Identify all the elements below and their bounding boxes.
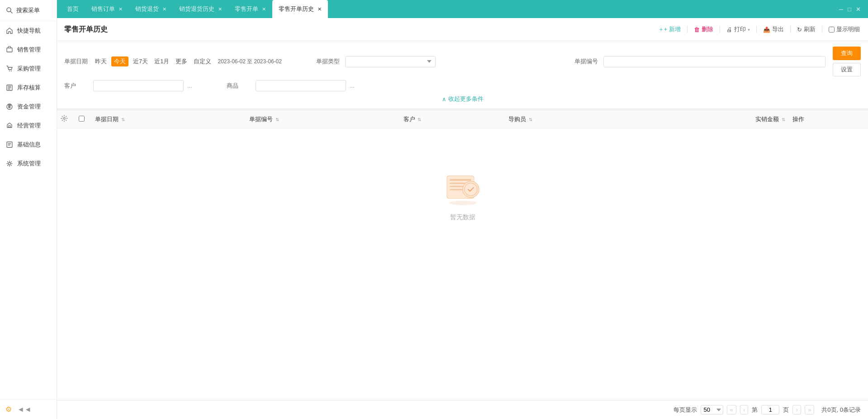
date-btn-more[interactable]: 更多 xyxy=(174,56,189,66)
tab-close-sales-order[interactable]: ✕ xyxy=(119,6,123,12)
sidebar-item-sys-mgmt[interactable]: 系统管理 xyxy=(0,154,57,173)
window-maximize[interactable]: □ xyxy=(848,6,851,13)
refresh-button[interactable]: ↻ 刷新 xyxy=(796,24,816,35)
empty-cell: 暂无数据 xyxy=(57,128,868,258)
tab-close-retail-open-history[interactable]: ✕ xyxy=(318,6,322,12)
tabs-left: 首页 销售订单 ✕ 销货退货 ✕ 销货退货历史 ✕ 零售开单 ✕ 零售开单历史 … xyxy=(61,0,328,18)
empty-text: 暂无数据 xyxy=(450,213,475,221)
customer-input[interactable] xyxy=(93,80,184,91)
tab-sales-return-history[interactable]: 销货退货历史 ✕ xyxy=(173,0,228,18)
date-btn-today[interactable]: 今天 xyxy=(111,56,128,66)
tab-close-retail-open[interactable]: ✕ xyxy=(262,6,266,12)
home-icon xyxy=(5,27,14,35)
first-page-button[interactable]: « xyxy=(727,405,736,414)
tab-retail-open-history[interactable]: 零售开单历史 ✕ xyxy=(272,0,328,18)
svg-point-10 xyxy=(63,118,65,119)
col-date[interactable]: 单据日期 ⇅ xyxy=(91,110,246,128)
tab-close-sales-return-history[interactable]: ✕ xyxy=(218,6,222,12)
sidebar-item-sales-mgmt[interactable]: 销售管理 xyxy=(0,40,57,59)
tab-sales-return[interactable]: 销货退货 ✕ xyxy=(129,0,173,18)
basicinfo-icon xyxy=(5,141,14,149)
prev-page-button[interactable]: ‹ xyxy=(740,405,748,414)
tab-close-sales-return[interactable]: ✕ xyxy=(162,6,166,12)
per-page-label: 每页显示 xyxy=(674,406,697,414)
collapse-icon[interactable]: ◄◄ xyxy=(17,405,32,414)
filter-num-group: 单据编号 xyxy=(574,56,825,67)
export-button[interactable]: 📤 导出 xyxy=(762,24,785,35)
next-page-button[interactable]: › xyxy=(792,405,801,414)
sidebar-item-basic-info[interactable]: 基础信息 xyxy=(0,135,57,154)
col-settings[interactable] xyxy=(57,110,75,128)
toolbar-sep-4 xyxy=(790,26,791,33)
display-checkbox[interactable] xyxy=(829,27,835,33)
query-button[interactable]: 查询 xyxy=(833,47,861,60)
customer-ellipsis[interactable]: ... xyxy=(187,82,192,89)
filter-row-2: 客户 ... 商品 ... xyxy=(64,80,861,91)
filter-goods-group: 商品 ... xyxy=(227,80,355,91)
sidebar-item-label: 快捷导航 xyxy=(17,27,41,35)
col-amount[interactable]: 实销金额 ⇅ xyxy=(635,110,789,128)
date-range-display: 2023-06-02 至 2023-06-02 xyxy=(218,58,281,66)
tab-home[interactable]: 首页 xyxy=(61,0,85,18)
sidebar-item-finance[interactable]: 资金管理 xyxy=(0,97,57,116)
toolbar-sep-2 xyxy=(720,26,720,33)
svg-point-9 xyxy=(9,163,11,165)
sidebar: 搜索采单 快捷导航 销售管理 采购管理 库存核算 资金管理 经营 xyxy=(0,0,57,419)
window-close[interactable]: ✕ xyxy=(856,6,861,13)
svg-line-1 xyxy=(10,11,12,13)
sort-icon-date: ⇅ xyxy=(121,117,125,122)
sidebar-item-label: 采购管理 xyxy=(17,65,41,73)
gear-icon[interactable]: ⚙ xyxy=(5,405,12,414)
toolbar: ＋ + 新增 🗑 删除 🖨 打印 ▾ 📤 导出 xyxy=(657,24,861,35)
goods-input[interactable] xyxy=(256,80,346,91)
toolbar-sep-3 xyxy=(756,26,757,33)
col-number[interactable]: 单据编号 ⇅ xyxy=(246,110,400,128)
goods-ellipsis[interactable]: ... xyxy=(350,82,355,89)
svg-point-11 xyxy=(449,201,476,205)
sidebar-item-label: 库存核算 xyxy=(17,84,41,92)
col-customer[interactable]: 客户 ⇅ xyxy=(400,110,505,128)
num-input[interactable] xyxy=(603,56,825,67)
type-select[interactable] xyxy=(345,56,436,67)
collapse-button[interactable]: ∧ 收起更多条件 xyxy=(442,95,484,103)
toolbar-sep-1 xyxy=(687,26,688,33)
date-btn-1month[interactable]: 近1月 xyxy=(152,56,171,66)
print-button[interactable]: 🖨 打印 ▾ xyxy=(726,24,751,35)
last-page-button[interactable]: » xyxy=(805,405,814,414)
sidebar-item-operations[interactable]: 经营管理 xyxy=(0,116,57,135)
delete-button[interactable]: 🗑 删除 xyxy=(693,24,714,35)
tab-retail-open[interactable]: 零售开单 ✕ xyxy=(228,0,272,18)
toolbar-sep-5 xyxy=(822,26,822,33)
date-btn-custom[interactable]: 自定义 xyxy=(192,56,213,66)
empty-area: 暂无数据 xyxy=(57,128,868,258)
sidebar-item-quick-nav[interactable]: 快捷导航 xyxy=(0,21,57,40)
sort-icon-number: ⇅ xyxy=(275,117,279,122)
sidebar-search[interactable]: 搜索采单 xyxy=(0,0,57,21)
display-button[interactable]: 显示明细 xyxy=(828,24,861,35)
page-label: 第 xyxy=(752,406,758,414)
select-all-checkbox[interactable] xyxy=(79,116,85,122)
col-checkbox[interactable] xyxy=(75,110,91,128)
sidebar-item-purchase-mgmt[interactable]: 采购管理 xyxy=(0,59,57,78)
table-container: 单据日期 ⇅ 单据编号 ⇅ 客户 ⇅ 导购员 ⇅ xyxy=(57,110,868,400)
sidebar-item-label: 资金管理 xyxy=(17,103,41,111)
filter-settings-button[interactable]: 设置 xyxy=(833,63,861,76)
tab-sales-order[interactable]: 销售订单 ✕ xyxy=(85,0,129,18)
date-btn-7days[interactable]: 近7天 xyxy=(131,56,150,66)
sidebar-item-inventory[interactable]: 库存核算 xyxy=(0,78,57,97)
operations-icon xyxy=(5,122,14,130)
date-btn-yesterday[interactable]: 昨天 xyxy=(93,56,109,66)
page-input[interactable] xyxy=(761,405,779,414)
pagination-bar: 每页显示 20 50 100 200 « ‹ 第 页 › » 共0页, 0条记录 xyxy=(57,400,868,419)
svg-point-3 xyxy=(9,71,10,71)
finance-icon xyxy=(5,103,14,111)
col-salesperson[interactable]: 导购员 ⇅ xyxy=(505,110,635,128)
per-page-select[interactable]: 20 50 100 200 xyxy=(701,405,723,414)
filter-row-1: 单据日期 昨天 今天 近7天 近1月 更多 自定义 2023-06-02 至 2… xyxy=(64,47,861,76)
svg-rect-8 xyxy=(7,142,12,147)
window-minimize[interactable]: ─ xyxy=(839,6,843,13)
filter-type-group: 单据类型 xyxy=(316,56,567,67)
table-header-row: 单据日期 ⇅ 单据编号 ⇅ 客户 ⇅ 导购员 ⇅ xyxy=(57,110,868,128)
add-button[interactable]: ＋ + 新增 xyxy=(657,24,682,35)
num-label: 单据编号 xyxy=(574,57,600,66)
